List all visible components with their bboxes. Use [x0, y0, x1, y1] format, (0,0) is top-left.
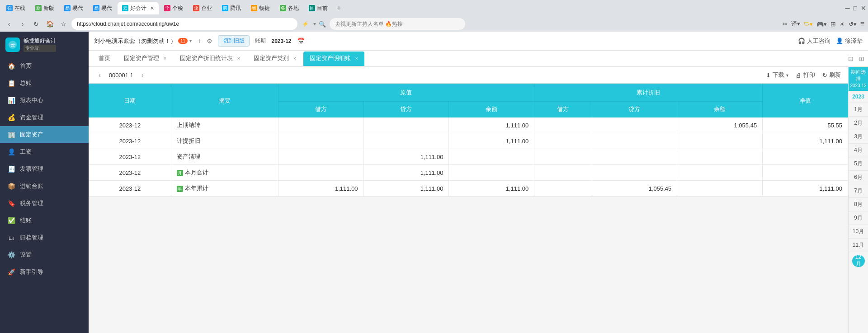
- cell-acc-balance: [677, 165, 763, 181]
- tab-expand-icon[interactable]: ⊞: [859, 55, 864, 62]
- sidebar-item-salary[interactable]: 👤 工资: [0, 143, 89, 160]
- bookmark-button[interactable]: ☆: [58, 19, 69, 29]
- tab-fixed-asset-category-label: 固定资产类别: [254, 55, 289, 61]
- period-month-11[interactable]: 11月: [849, 239, 868, 252]
- switch-version-button[interactable]: 切到旧版: [218, 35, 250, 47]
- shield-icon: 🛡▾: [804, 21, 813, 28]
- period-month-10[interactable]: 10月: [849, 225, 868, 239]
- tab-在线[interactable]: 在 在线: [2, 2, 30, 14]
- tab-fixed-asset-detail[interactable]: 固定资产明细账 ×: [303, 52, 364, 66]
- add-icon[interactable]: +: [197, 37, 201, 45]
- sidebar-item-funds[interactable]: 💰 资金管理: [0, 109, 89, 126]
- tab-畅捷[interactable]: 畅 畅捷: [246, 2, 274, 14]
- tab-好会计[interactable]: 云 好会计 ✕: [118, 2, 159, 14]
- tab-fixed-asset-category-close[interactable]: ×: [293, 56, 296, 61]
- user-avatar[interactable]: 👤 徐泽华: [836, 37, 863, 45]
- window-minimize[interactable]: ─: [845, 5, 850, 12]
- company-selector[interactable]: 刘小艳演示账套（勿删勿动！） 11 ▾: [94, 37, 192, 45]
- tab-易代2[interactable]: 易 易代: [89, 2, 117, 14]
- game-icon: 🎮▾: [816, 21, 827, 28]
- refresh-button[interactable]: ↻ 刷新: [822, 71, 841, 79]
- tab-各地[interactable]: 各 各地: [275, 2, 303, 14]
- tab-目前[interactable]: 目 目前: [304, 2, 332, 14]
- table-container: 日期 摘要 原值 累计折旧 净值 借方 贷方 余额 借方: [89, 84, 848, 333]
- sidebar-item-archive[interactable]: 🗂 归档管理: [0, 229, 89, 246]
- cell-net-value: 1,111.00: [763, 181, 848, 197]
- sidebar-item-tax[interactable]: 🔖 税务管理: [0, 195, 89, 212]
- tab-fixed-asset-depreciation-label: 固定资产折旧统计表: [180, 55, 233, 61]
- sidebar-item-fixed-assets[interactable]: 🏢 固定资产: [0, 126, 89, 143]
- cell-acc-credit: [592, 117, 677, 133]
- notification-badge: 11: [178, 38, 188, 44]
- brightness-icon: ☀: [840, 21, 845, 28]
- sidebar-item-guide[interactable]: 🚀 新手引导: [0, 263, 89, 281]
- tab-新版[interactable]: 新 新版: [31, 2, 59, 14]
- period-month-9[interactable]: 9月: [849, 211, 868, 225]
- user-name: 徐泽华: [845, 37, 863, 45]
- content-area: ‹ 000001 1 › ⬇ 下载 ▾ 🖨 打印: [89, 67, 868, 333]
- cell-orig-balance: 1,111.00: [449, 117, 534, 133]
- tab-企业[interactable]: 企 企业: [189, 2, 217, 14]
- sidebar-item-invoice[interactable]: 🧾 发票管理: [0, 160, 89, 178]
- address-input[interactable]: [71, 18, 297, 30]
- period-month-12[interactable]: 12月: [852, 255, 865, 267]
- tab-collapse-icon[interactable]: ⊟: [848, 55, 854, 62]
- period-month-8[interactable]: 8月: [849, 198, 868, 211]
- sidebar-item-label-fixed-assets: 固定资产: [20, 131, 43, 139]
- next-record-button[interactable]: ›: [139, 70, 146, 80]
- tab-fixed-asset-mgmt[interactable]: 固定资产管理 ×: [118, 52, 173, 66]
- window-maximize[interactable]: □: [854, 5, 857, 12]
- print-button[interactable]: 🖨 打印: [796, 71, 815, 79]
- tab-fixed-asset-depreciation[interactable]: 固定资产折旧统计表 ×: [174, 52, 246, 66]
- sidebar-item-closing[interactable]: ✅ 结账: [0, 212, 89, 229]
- period-month-7[interactable]: 7月: [849, 184, 868, 198]
- cell-orig-balance: 1,111.00: [449, 133, 534, 149]
- tab-fixed-asset-detail-close[interactable]: ×: [355, 56, 358, 61]
- cell-acc-debit: [534, 149, 592, 165]
- tab-易代1[interactable]: 易 易代: [60, 2, 88, 14]
- period-month-3[interactable]: 3月: [849, 130, 868, 144]
- sidebar-item-home[interactable]: 🏠 首页: [0, 57, 89, 75]
- sidebar-item-inventory[interactable]: 📦 进销台账: [0, 178, 89, 195]
- new-tab-button[interactable]: +: [333, 4, 344, 12]
- home-button[interactable]: 🏠: [44, 19, 55, 29]
- period-month-5[interactable]: 5月: [849, 157, 868, 171]
- forward-button[interactable]: ›: [17, 19, 28, 29]
- search-icon: 🔍: [319, 21, 326, 28]
- tab-fixed-asset-category[interactable]: 固定资产类别 ×: [247, 52, 302, 66]
- download-button[interactable]: ⬇ 下载 ▾: [766, 71, 788, 79]
- prev-record-button[interactable]: ‹: [96, 70, 104, 80]
- back-button[interactable]: ‹: [4, 19, 14, 29]
- sidebar-item-ledger[interactable]: 📋 总账: [0, 75, 89, 92]
- svg-text:云: 云: [10, 42, 15, 47]
- archive-icon: 🗂: [7, 234, 15, 242]
- sidebar-item-settings[interactable]: ⚙️ 设置: [0, 246, 89, 263]
- search-input[interactable]: [330, 18, 465, 30]
- table-row: 2023-12 月本月合计 1,111.00: [89, 165, 848, 181]
- cell-orig-debit: [278, 149, 363, 165]
- period-month-2[interactable]: 2月: [849, 117, 868, 130]
- window-close[interactable]: ✕: [861, 5, 866, 12]
- tab-fixed-asset-depreciation-close[interactable]: ×: [237, 56, 240, 61]
- period-month-4[interactable]: 4月: [849, 144, 868, 157]
- period-year-2023[interactable]: 2023: [849, 91, 868, 103]
- sidebar-item-reports[interactable]: 📊 报表中心: [0, 92, 89, 109]
- tab-home[interactable]: 首页: [92, 52, 117, 66]
- period-month-6[interactable]: 6月: [849, 171, 868, 184]
- sidebar-item-label-settings: 设置: [20, 251, 32, 259]
- cell-orig-debit: 1,111.00: [278, 181, 363, 197]
- period-month-1[interactable]: 1月: [849, 103, 868, 117]
- tab-个税[interactable]: 个 个税: [160, 2, 188, 14]
- search-bar: 🔍: [319, 18, 780, 30]
- help-button[interactable]: 🎧 人工咨询: [798, 37, 830, 45]
- browser-chrome: 在 在线 新 新版 易 易代 易 易代 云 好会计 ✕ 个 个税 企 企业 腾: [0, 0, 868, 32]
- cell-orig-credit: 1,111.00: [363, 181, 449, 197]
- settings-gear-icon[interactable]: ⚙: [207, 38, 212, 45]
- tab-腾讯[interactable]: 腾 腾讯: [217, 2, 245, 14]
- menu-icon[interactable]: ≡: [860, 20, 864, 28]
- reload-button[interactable]: ↻: [31, 19, 42, 29]
- cell-acc-credit: [592, 149, 677, 165]
- period-value: 2023-12: [271, 38, 291, 44]
- tab-fixed-asset-mgmt-close[interactable]: ×: [164, 56, 166, 61]
- tab-home-label: 首页: [99, 55, 110, 61]
